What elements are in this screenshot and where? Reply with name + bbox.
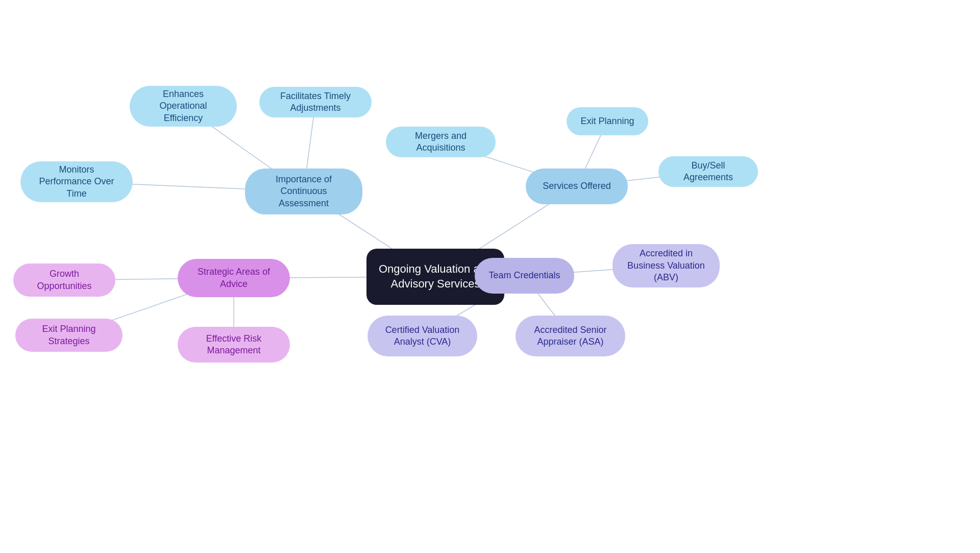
node-services_offered: Services Offered	[526, 169, 628, 204]
node-strategic_advice: Strategic Areas of Advice	[178, 259, 290, 297]
node-importance_continuous: Importance of Continuous Assessment	[245, 169, 362, 214]
node-effective_risk: Effective Risk Management	[178, 327, 290, 363]
node-cva: Certified Valuation Analyst (CVA)	[368, 316, 477, 356]
node-enhances_op: Enhances Operational Efficiency	[130, 86, 237, 127]
node-buysell: Buy/Sell Agreements	[658, 156, 758, 187]
node-asa: Accredited Senior Appraiser (ASA)	[516, 316, 625, 356]
node-mergers: Mergers and Acquisitions	[386, 127, 496, 157]
node-growth_opp: Growth Opportunities	[13, 263, 115, 297]
node-monitors: Monitors Performance Over Time	[20, 161, 133, 202]
node-team_creds: Team Credentials	[475, 258, 574, 294]
node-facilitates: Facilitates Timely Adjustments	[259, 87, 372, 117]
node-exit_planning: Exit Planning	[567, 107, 648, 135]
node-abv: Accredited in Business Valuation (ABV)	[612, 244, 720, 287]
node-exit_strat: Exit Planning Strategies	[15, 319, 122, 352]
